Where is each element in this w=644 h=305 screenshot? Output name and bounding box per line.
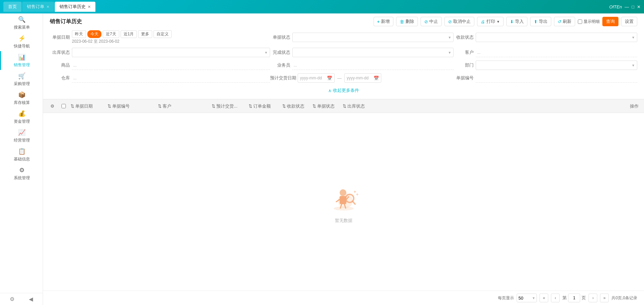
refresh-button[interactable]: ↺ 刷新 <box>554 17 575 26</box>
th-checkbox[interactable] <box>58 104 69 108</box>
filter-warehouse-input[interactable]: ... <box>72 73 270 83</box>
filter-customer-input[interactable]: ... <box>476 48 637 57</box>
filter-delivery-date-label: 预计交货日期 <box>270 75 296 81</box>
svg-point-3 <box>340 189 346 196</box>
maximize-btn[interactable]: □ <box>632 4 634 9</box>
department-arrow: ▼ <box>632 64 635 67</box>
minimize-btn[interactable]: — <box>625 4 629 9</box>
select-all-checkbox[interactable] <box>61 104 66 108</box>
tab-sales-order-history[interactable]: 销售订单历史 ✕ <box>55 2 95 12</box>
query-button[interactable]: 查询 <box>602 17 618 26</box>
tab-sales-order-close[interactable]: ✕ <box>46 5 49 9</box>
filter-order-num-input[interactable] <box>476 73 637 83</box>
date-btn-1month[interactable]: 近1月 <box>121 30 137 38</box>
settings-bottom-icon[interactable]: ⚙ <box>10 296 14 302</box>
filter-order-status-item: 单据状态 ▼ <box>270 33 454 42</box>
date-btn-7days[interactable]: 近7天 <box>103 30 119 38</box>
expand-icon[interactable]: ◀ <box>29 296 33 302</box>
th-operation: 操作 <box>371 103 641 109</box>
sidebar-item-search[interactable]: 🔍 搜索菜单 <box>0 13 43 32</box>
date-btn-custom[interactable]: 自定义 <box>154 30 172 38</box>
filter-department-select[interactable]: ▼ <box>476 61 637 70</box>
date-btn-today[interactable]: 今天 <box>87 30 101 38</box>
filter-order-status-select[interactable]: ▼ <box>292 33 454 42</box>
th-settings[interactable]: ⚙ <box>46 104 58 109</box>
th-customer[interactable]: ⇅ 客户 <box>156 103 210 109</box>
sidebar-item-basic-info[interactable]: 📋 基础信息 <box>0 145 43 164</box>
sidebar-item-sales[interactable]: 📊 销售管理 <box>0 51 43 70</box>
cancel-stop-label: 取消中止 <box>453 18 471 25</box>
page-size-select[interactable]: 50 ▼ <box>517 294 537 302</box>
import-button[interactable]: ⬇ 导入 <box>506 17 527 26</box>
th-amount[interactable]: ⇅ 订单金额 <box>247 103 280 109</box>
sidebar-item-quick-nav[interactable]: ⚡ 快捷导航 <box>0 32 43 51</box>
close-window-btn[interactable]: ✕ <box>637 4 641 9</box>
tab-bar: 首页 销售订单 ✕ 销售订单历史 ✕ <box>3 2 609 12</box>
page-number-input[interactable] <box>568 294 580 302</box>
tab-sales-order[interactable]: 销售订单 ✕ <box>22 2 54 12</box>
sidebar-item-inventory[interactable]: 📦 库存核算 <box>0 89 43 108</box>
print-button[interactable]: 🖨 打印 ▼ <box>477 17 504 26</box>
date-btn-more[interactable]: 更多 <box>138 30 152 38</box>
filter-receipt-status-select[interactable]: ▼ <box>476 33 637 42</box>
delete-button[interactable]: 🗑 删除 <box>396 17 418 26</box>
new-icon: + <box>377 19 380 24</box>
filter-date-control: 昨天 今天 近7天 近1月 更多 自定义 2023-06-02 至 2023-0… <box>72 30 270 44</box>
th-out-status[interactable]: ⇅ 出库状态 <box>341 103 371 109</box>
filter-department-label: 部门 <box>454 62 474 68</box>
collapse-more[interactable]: ∧ 收起更多条件 <box>50 86 637 95</box>
th-order-status[interactable]: ⇅ 单据状态 <box>310 103 341 109</box>
page-info: 第 页 <box>562 294 586 302</box>
th-number[interactable]: ⇅ 单据编号 <box>105 103 156 109</box>
page-title: 销售订单历史 <box>50 18 82 25</box>
svg-text:✦: ✦ <box>355 192 359 197</box>
filter-out-status-select[interactable]: ▼ <box>72 48 270 57</box>
tab-home[interactable]: 首页 <box>3 2 22 12</box>
th-customer-sort-icon: ⇅ <box>158 104 162 109</box>
tab-sales-order-label: 销售订单 <box>27 4 44 10</box>
delete-icon: 🗑 <box>400 19 404 24</box>
out-status-arrow: ▼ <box>264 51 268 54</box>
filter-delivery-date-from[interactable]: yyyy-mm-dd 📅 <box>298 73 335 83</box>
th-out-status-sort-icon: ⇅ <box>343 104 346 109</box>
show-detail-checkbox[interactable] <box>578 20 582 24</box>
filter-salesperson-label: 业务员 <box>270 62 290 68</box>
cancel-stop-button[interactable]: ⊘ 取消中止 <box>444 17 474 26</box>
sidebar-item-quick-nav-label: 快捷导航 <box>14 43 30 49</box>
tab-sales-order-history-label: 销售订单历史 <box>59 4 86 10</box>
sidebar-item-finance[interactable]: 💰 资金管理 <box>0 108 43 126</box>
sidebar-item-system[interactable]: ⚙ 系统管理 <box>0 164 43 183</box>
last-page-btn[interactable]: » <box>600 294 609 302</box>
stop-button[interactable]: ⊘ 中止 <box>421 17 442 26</box>
new-button[interactable]: + 新增 <box>374 17 394 26</box>
print-icon: 🖨 <box>481 19 485 24</box>
filter-row-2: 出库状态 ▼ 完成状态 ▼ 客户 <box>50 48 637 57</box>
first-page-btn[interactable]: « <box>540 294 548 302</box>
settings-button[interactable]: 设置 <box>621 17 637 26</box>
delivery-date-from-text: yyyy-mm-dd <box>300 76 322 80</box>
next-page-btn[interactable]: › <box>589 294 597 302</box>
settings-label: 设置 <box>625 18 634 25</box>
th-date[interactable]: ⇅ 单据日期 <box>69 103 105 109</box>
filter-goods-input[interactable]: ... <box>72 61 270 70</box>
th-op-label: 操作 <box>630 103 639 109</box>
th-recv-status[interactable]: ⇅ 收款状态 <box>280 103 310 109</box>
show-detail-wrap: 显示明细 <box>578 19 600 25</box>
filter-salesperson-input[interactable]: ... <box>292 61 454 70</box>
tab-sales-order-history-close[interactable]: ✕ <box>88 5 91 9</box>
filter-complete-status-select[interactable]: ▼ <box>292 48 454 57</box>
filter-delivery-date-to[interactable]: yyyy-mm-dd 📅 <box>344 73 381 83</box>
sidebar-item-system-label: 系统管理 <box>14 175 30 181</box>
prev-page-btn[interactable]: ‹ <box>551 294 560 302</box>
date-btn-yesterday[interactable]: 昨天 <box>72 30 86 38</box>
sidebar-item-purchase[interactable]: 🛒 采购管理 <box>0 70 43 89</box>
sidebar-item-operations[interactable]: 📈 经营管理 <box>0 126 43 145</box>
filter-date-section: 昨天 今天 近7天 近1月 更多 自定义 2023-06-02 至 2023-0… <box>72 30 172 44</box>
th-delivery[interactable]: ⇅ 预计交货... <box>210 103 247 109</box>
receipt-status-arrow: ▼ <box>632 36 635 39</box>
pagination-bar: 每页显示 50 ▼ « ‹ 第 页 › » 共0页,0条记录 <box>43 291 644 305</box>
often-label: OfTEn <box>609 4 622 9</box>
date-quick-btns: 昨天 今天 近7天 近1月 更多 自定义 <box>72 30 172 38</box>
th-date-label: 单据日期 <box>75 103 93 109</box>
export-button[interactable]: ⬆ 导出 <box>530 17 551 26</box>
